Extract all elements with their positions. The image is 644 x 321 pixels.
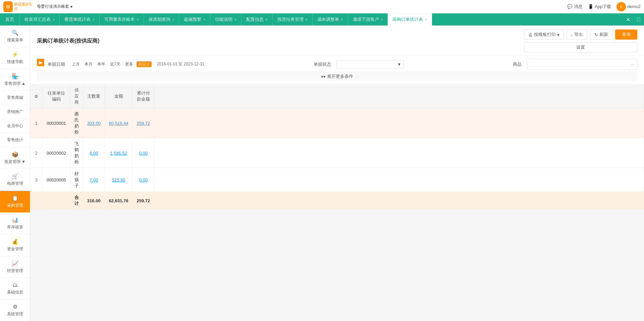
row-code-1: 00020001 xyxy=(43,108,70,138)
sidebar-item-basic[interactable]: 🗂 基础信息 xyxy=(0,278,30,300)
tab-chengben[interactable]: 成本调整单 × xyxy=(313,13,348,25)
sidebar-item-member[interactable]: 会员中心 xyxy=(0,119,30,133)
sidebar-item-search[interactable]: 🔍 搜索菜单 xyxy=(0,25,30,47)
row-amount-2[interactable]: 1,586.52 xyxy=(105,138,132,168)
sidebar-item-retail[interactable]: 🏪 零售管理 ▲ xyxy=(0,69,30,91)
purchase-label: 采购管理 xyxy=(7,203,23,208)
tab-home[interactable]: 首页 xyxy=(0,13,20,25)
tab-caigou-active[interactable]: 采购订单统计表 × xyxy=(388,13,432,25)
logo-icon: G xyxy=(3,1,13,12)
close-icon[interactable]: × xyxy=(137,18,139,21)
tab-chao-label: 超储预警 xyxy=(184,16,201,22)
tab-chaoyuchuyujing[interactable]: 超储预警 × xyxy=(179,13,210,25)
shortcut-last-month[interactable]: 上月 xyxy=(70,61,81,67)
tab-keyong-label: 可用量库存账本 xyxy=(104,16,135,22)
printer-icon: 🖨 xyxy=(528,32,533,37)
tab-keyong[interactable]: 可用量库存账本 × xyxy=(100,13,144,25)
row-extra-2 xyxy=(154,138,644,168)
retail-stats-label: 零售统计 xyxy=(7,137,23,143)
status-select[interactable]: ▾ xyxy=(336,60,404,68)
close-window-button[interactable]: ✕ xyxy=(623,13,633,25)
date-shortcuts: 上月 本月 本年 近7天 更多 自定义 xyxy=(70,61,152,67)
close-icon[interactable]: × xyxy=(341,18,343,21)
message-button[interactable]: 💬 消息 xyxy=(567,4,583,10)
refresh-button[interactable]: ↻ 刷新 xyxy=(590,30,612,40)
goods-more-icon[interactable]: ··· xyxy=(631,62,634,67)
col-extra xyxy=(154,85,644,108)
workspace-selector[interactable]: 母婴行业演示账套 ▾ xyxy=(34,4,567,9)
row-amount-3[interactable]: 525.80 xyxy=(105,168,132,192)
close-icon[interactable]: × xyxy=(234,18,236,21)
tab-jianhuo[interactable]: 拣货任务管理 × xyxy=(273,13,313,25)
custom-tag[interactable]: 自定义 xyxy=(137,61,152,67)
logo-text: 畅捷通好生意 xyxy=(14,2,34,11)
sidebar-item-shortcut[interactable]: ⚡ 快捷导航 xyxy=(0,47,30,69)
export-button[interactable]: ↓ 导出 xyxy=(567,30,588,40)
avatar: E xyxy=(616,2,626,11)
shortcut-this-year[interactable]: 本年 xyxy=(96,61,107,67)
tab-caigou-label: 采购订单统计表 xyxy=(392,16,423,22)
download-icon: 📱 xyxy=(588,4,593,9)
print-label: 按模板打印 xyxy=(534,32,556,38)
ecommerce-label: 电商管理 xyxy=(7,181,23,186)
goods-label: 商品 xyxy=(513,61,522,67)
refresh-label: 刷新 xyxy=(599,32,608,38)
query-button[interactable]: 查询 xyxy=(615,30,637,40)
shortcut-more[interactable]: 更多 xyxy=(124,61,135,67)
row-paid-1[interactable]: 259.72 xyxy=(132,108,154,138)
row-quantity-2[interactable]: 6.00 xyxy=(83,138,105,168)
close-icon[interactable]: × xyxy=(172,18,174,21)
filter-toggle-button[interactable]: ▶ xyxy=(37,59,44,66)
expand-more-button[interactable]: ▾▾ 展开更多条件 xyxy=(321,73,353,79)
tab-peizhi-label: 配置信息 xyxy=(246,16,264,22)
app-download-button[interactable]: 📱 App下载 xyxy=(588,4,611,10)
user-profile[interactable]: E demo2 xyxy=(616,2,641,11)
close-icon[interactable]: × xyxy=(306,18,308,21)
sidebar-item-system[interactable]: ⚙ 系统管理 xyxy=(0,300,30,321)
sidebar-item-operations[interactable]: 📈 经营管理 xyxy=(0,256,30,278)
footer-empty-1 xyxy=(30,192,43,210)
close-icon[interactable]: × xyxy=(93,18,95,21)
tab-gongneng-label: 功能说明 xyxy=(215,16,232,22)
sidebar-item-capital[interactable]: 💰 资金管理 xyxy=(0,234,30,256)
shortcut-7days[interactable]: 近7天 xyxy=(109,61,122,67)
close-icon[interactable]: × xyxy=(203,18,205,21)
settings-button[interactable]: 设置 xyxy=(524,42,638,52)
tab-gongneng[interactable]: 功能说明 × xyxy=(210,13,241,25)
tab-shoufacun[interactable]: 收发存汇总表 × xyxy=(20,13,60,25)
sidebar-item-marketing[interactable]: 营销推广 xyxy=(0,105,30,119)
tab-yaohuo[interactable]: 要货单统计表 × xyxy=(60,13,100,25)
row-quantity-1[interactable]: 303.00 xyxy=(83,108,105,138)
wholesale-icon: 📦 xyxy=(12,151,18,158)
sidebar-item-purchase[interactable]: 📋 采购管理 xyxy=(0,191,30,213)
sidebar-item-retail-stats[interactable]: 零售统计 xyxy=(0,133,30,147)
footer-quantity: 316.00 xyxy=(83,192,105,210)
tab-peizhi[interactable]: 配置信息 × xyxy=(241,13,273,25)
row-paid-3[interactable]: 0.00 xyxy=(132,168,154,192)
close-icon[interactable]: × xyxy=(266,18,268,21)
sidebar-item-inventory[interactable]: 📊 库存核算 xyxy=(0,213,30,234)
col-settings[interactable]: ⚙ xyxy=(30,85,43,108)
row-quantity-3[interactable]: 7.00 xyxy=(83,168,105,192)
maximize-window-button[interactable]: □ xyxy=(633,13,644,25)
system-label: 系统管理 xyxy=(7,311,23,317)
shortcut-this-month[interactable]: 本月 xyxy=(83,61,94,67)
tab-yaoqing[interactable]: 邀请下游客户 × xyxy=(348,13,388,25)
row-paid-2[interactable]: 0.00 xyxy=(132,138,154,168)
sidebar-item-wholesale[interactable]: 📦 批发管理 ▼ xyxy=(0,147,30,169)
sidebar-item-retailshop[interactable]: 零售商城 xyxy=(0,91,30,105)
row-amount-1[interactable]: 60,519.44 xyxy=(105,108,132,138)
close-icon[interactable]: × xyxy=(381,18,383,21)
tab-jianhuo-label: 拣货任务管理 xyxy=(277,16,304,22)
expand-arrow-icon: ▾▾ xyxy=(321,74,326,79)
tab-baozhi[interactable]: 保质期查询 × xyxy=(144,13,179,25)
sidebar-item-ecommerce[interactable]: 🛒 电商管理 xyxy=(0,169,30,191)
table-wrapper: ⚙ 往来单位编码 供应商 主数量 金额 累计付款金额 1 xyxy=(30,85,644,210)
close-icon[interactable]: × xyxy=(53,18,55,21)
print-button[interactable]: 🖨 按模板打印 ▾ xyxy=(524,30,564,40)
close-icon[interactable]: × xyxy=(425,18,427,21)
col-paid: 累计付款金额 xyxy=(132,85,154,108)
workspace-name: 母婴行业演示账套 xyxy=(37,4,69,9)
print-arrow-icon: ▾ xyxy=(557,32,559,37)
goods-input[interactable] xyxy=(530,60,631,68)
